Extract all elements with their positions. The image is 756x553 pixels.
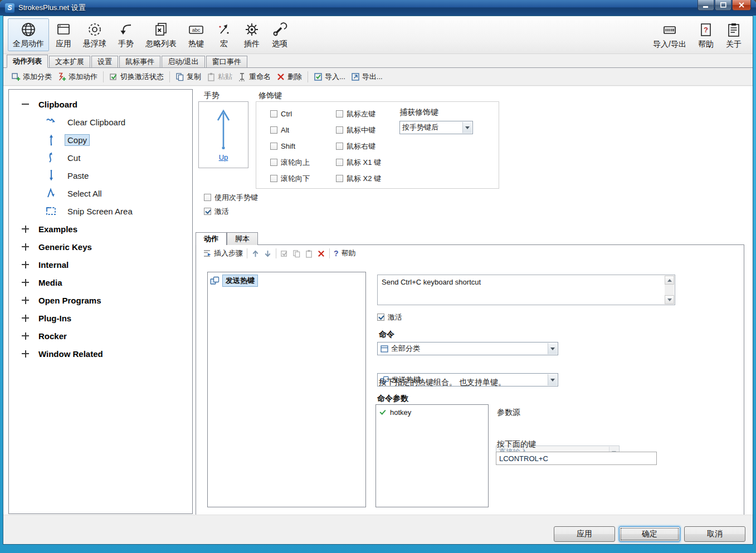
toolbar-item-gestures[interactable]: 手势 bbox=[113, 18, 139, 51]
chevron-down-icon[interactable] bbox=[462, 122, 472, 133]
toolbar-item-hotkeys[interactable]: abc 热键 bbox=[183, 18, 209, 51]
toolbar-item-help[interactable]: ? 帮助 bbox=[692, 19, 719, 52]
capture-modifiers-select[interactable]: 按手势键后 bbox=[399, 121, 473, 134]
expand-icon[interactable] bbox=[21, 332, 30, 340]
toolbar-item-plugins[interactable]: 插件 bbox=[238, 18, 265, 51]
toolbar-item-ignore-list[interactable]: 忽略列表 bbox=[140, 18, 182, 51]
description-scrollbar[interactable] bbox=[665, 276, 674, 304]
checkbox-icon[interactable] bbox=[204, 194, 211, 201]
tab-action-list[interactable]: 动作列表 bbox=[7, 55, 48, 68]
tree-item-snip-screen-area[interactable]: Snip Screen Area bbox=[9, 202, 192, 220]
apply-button[interactable]: 应用 bbox=[554, 526, 615, 542]
toolbar-item-options[interactable]: 选项 bbox=[266, 18, 293, 51]
checkbox-mouse-x1[interactable]: 鼠标 X1 键 bbox=[336, 154, 381, 170]
tree-category-open-programs[interactable]: Open Programs bbox=[9, 291, 192, 309]
steps-list[interactable]: 发送热键 bbox=[207, 272, 366, 507]
checkbox-mouse-middle[interactable]: 鼠标中键 bbox=[336, 122, 381, 138]
active-checkbox[interactable]: 激活 bbox=[204, 203, 229, 219]
step-item-send-hotkey[interactable]: 发送热键 bbox=[210, 275, 363, 287]
chevron-down-icon[interactable] bbox=[548, 343, 557, 354]
checkbox-mouse-x2[interactable]: 鼠标 X2 键 bbox=[336, 170, 381, 187]
move-step-up-button[interactable] bbox=[251, 249, 260, 258]
checkbox-icon[interactable] bbox=[336, 126, 343, 134]
tab-mouse-events[interactable]: 鼠标事件 bbox=[119, 56, 160, 67]
tab-action[interactable]: 动作 bbox=[196, 232, 227, 245]
tree-category-rocker[interactable]: Rocker bbox=[9, 327, 192, 345]
toolbar-item-global-actions[interactable]: 全局动作 bbox=[8, 18, 49, 51]
toolbar-item-apps[interactable]: 应用 bbox=[50, 18, 77, 51]
expand-icon[interactable] bbox=[21, 243, 30, 251]
checkbox-icon[interactable] bbox=[270, 159, 277, 166]
rename-button[interactable]: 重命名 bbox=[235, 70, 274, 84]
cancel-button[interactable]: 取消 bbox=[684, 526, 745, 542]
toolbar-item-floating-orb[interactable]: 悬浮球 bbox=[78, 18, 111, 51]
expand-icon[interactable] bbox=[21, 314, 30, 322]
move-step-down-button[interactable] bbox=[264, 249, 272, 258]
add-action-button[interactable]: 添加动作 bbox=[55, 70, 100, 84]
collapse-icon[interactable] bbox=[21, 100, 30, 109]
tree-item-clear-clipboard[interactable]: Clear Clipboard bbox=[9, 113, 192, 131]
tab-window-events[interactable]: 窗口事件 bbox=[206, 56, 247, 67]
ok-button[interactable]: 确定 bbox=[619, 526, 680, 542]
insert-step-button[interactable]: 插入步骤 bbox=[203, 248, 243, 258]
expand-icon[interactable] bbox=[21, 278, 30, 287]
tab-text-expansion[interactable]: 文本扩展 bbox=[49, 56, 90, 67]
tree-category-generic-keys[interactable]: Generic Keys bbox=[9, 238, 192, 256]
export-button[interactable]: 导出... bbox=[348, 70, 386, 84]
delete-button[interactable]: 删除 bbox=[274, 70, 305, 84]
import-button[interactable]: 导入... bbox=[311, 70, 348, 84]
expand-icon[interactable] bbox=[21, 296, 30, 305]
checkbox-checked-icon[interactable] bbox=[204, 208, 211, 215]
checkbox-shift[interactable]: Shift bbox=[270, 138, 310, 154]
toolbar-item-about[interactable]: 关于 bbox=[720, 19, 747, 52]
toggle-step-button[interactable] bbox=[280, 249, 289, 258]
tree-item-cut[interactable]: Cut bbox=[9, 149, 192, 167]
chevron-down-icon[interactable] bbox=[548, 374, 557, 385]
copy-step-button[interactable] bbox=[292, 249, 301, 258]
checkbox-wheel-down[interactable]: 滚轮向下 bbox=[270, 170, 310, 187]
tree-item-copy[interactable]: Copy bbox=[9, 131, 192, 149]
scroll-down-icon[interactable] bbox=[665, 295, 674, 304]
checkbox-icon[interactable] bbox=[270, 126, 277, 134]
tree-category-clipboard[interactable]: Clipboard bbox=[9, 95, 192, 113]
checkbox-ctrl[interactable]: Ctrl bbox=[270, 106, 310, 122]
scroll-up-icon[interactable] bbox=[665, 276, 674, 285]
tree-category-window-related[interactable]: Window Related bbox=[9, 345, 192, 363]
checkbox-alt[interactable]: Alt bbox=[270, 122, 310, 138]
maximize-button[interactable] bbox=[715, 0, 731, 11]
gesture-preview[interactable]: Up bbox=[198, 101, 248, 168]
step-help-button[interactable]: ? 帮助 bbox=[334, 248, 356, 258]
toolbar-item-import-export[interactable]: 导入/导出 bbox=[648, 19, 691, 52]
checkbox-mouse-left[interactable]: 鼠标左键 bbox=[336, 106, 381, 122]
checkbox-icon[interactable] bbox=[336, 159, 343, 166]
checkbox-checked-icon[interactable] bbox=[377, 314, 384, 321]
checkbox-icon[interactable] bbox=[336, 143, 343, 150]
paste-button[interactable]: 粘贴 bbox=[204, 70, 235, 84]
close-button[interactable] bbox=[732, 0, 751, 11]
param-item-hotkey[interactable]: hotkey bbox=[379, 408, 485, 417]
tree-item-paste[interactable]: Paste bbox=[9, 167, 192, 184]
checkbox-icon[interactable] bbox=[270, 175, 277, 182]
toolbar-item-macros[interactable]: 宏 bbox=[211, 18, 237, 51]
command-category-select[interactable]: 全部分类 bbox=[377, 342, 558, 355]
checkbox-mouse-right[interactable]: 鼠标右键 bbox=[336, 138, 381, 154]
gesture-name-link[interactable]: Up bbox=[219, 153, 228, 162]
key-input[interactable] bbox=[496, 452, 657, 465]
checkbox-icon[interactable] bbox=[336, 110, 343, 118]
expand-icon[interactable] bbox=[21, 350, 30, 358]
tree-category-examples[interactable]: Examples bbox=[9, 220, 192, 238]
checkbox-icon[interactable] bbox=[336, 175, 343, 182]
tab-startup-exit[interactable]: 启动/退出 bbox=[162, 56, 205, 67]
step-description-input[interactable]: Send Ctrl+C keyboard shortcut bbox=[377, 275, 675, 305]
expand-icon[interactable] bbox=[21, 225, 30, 233]
expand-icon[interactable] bbox=[21, 261, 30, 269]
tree-item-select-all[interactable]: Select All bbox=[9, 184, 192, 202]
delete-step-button[interactable] bbox=[317, 249, 325, 258]
add-category-button[interactable]: 添加分类 bbox=[9, 70, 55, 84]
minimize-button[interactable] bbox=[698, 0, 714, 11]
params-list[interactable]: hotkey bbox=[375, 404, 489, 507]
checkbox-icon[interactable] bbox=[270, 110, 277, 118]
checkbox-icon[interactable] bbox=[270, 143, 277, 150]
tree-category-internal[interactable]: Internal bbox=[9, 256, 192, 273]
tree-category-plug-ins[interactable]: Plug-Ins bbox=[9, 309, 192, 327]
